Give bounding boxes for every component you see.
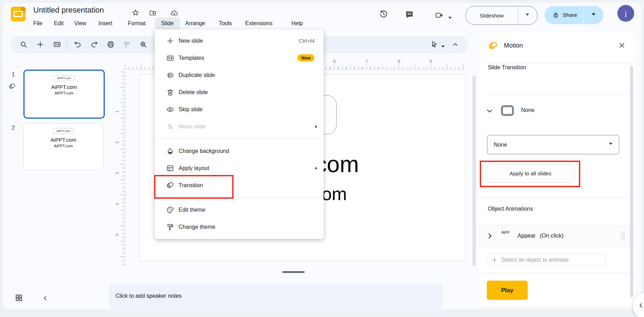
avatar[interactable]: j: [617, 5, 634, 22]
cloud-saved-icon[interactable]: [170, 9, 178, 17]
transition-select-value: None: [494, 142, 609, 148]
h-ruler-label: 6: [333, 59, 335, 64]
menubar-arrange[interactable]: Arrange: [184, 18, 207, 29]
menu-item-edit-theme[interactable]: Edit theme: [155, 201, 324, 218]
close-icon[interactable]: [618, 42, 626, 49]
trash-icon: [166, 88, 174, 97]
menu-item-move-slide[interactable]: Move slide: [155, 118, 324, 135]
menubar-tools[interactable]: Tools: [217, 18, 233, 29]
select-object-to-animate[interactable]: Select an object to animate: [487, 254, 606, 266]
drag-handle-icon[interactable]: [620, 231, 626, 240]
grid-view-icon[interactable]: [15, 294, 23, 302]
palette-icon: [166, 206, 174, 214]
slides-logo-icon[interactable]: [11, 7, 26, 21]
slide-number: 1: [12, 71, 15, 78]
canvas-scrollbar[interactable]: [472, 75, 476, 266]
share-button[interactable]: Share: [545, 6, 603, 24]
zoom-in-icon[interactable]: [139, 40, 147, 49]
new-slide-icon[interactable]: [36, 40, 44, 49]
submenu-arrow-icon: [314, 167, 318, 170]
menu-item-skip-slide[interactable]: Skip slide: [155, 101, 324, 118]
search-menus-icon[interactable]: [19, 40, 28, 49]
select-caret-icon: [609, 143, 612, 147]
undo-icon[interactable]: [74, 40, 82, 49]
menu-item-templates[interactable]: Templates New: [155, 49, 324, 66]
video-call-icon[interactable]: [435, 11, 444, 20]
menubar-extensions[interactable]: Extensions: [244, 18, 274, 29]
chevron-left-icon: [637, 302, 644, 309]
menubar-view[interactable]: View: [73, 18, 88, 29]
v-ruler-label: 5: [115, 233, 120, 236]
video-options-caret-icon[interactable]: [448, 17, 452, 21]
animation-trigger: (On click): [540, 233, 563, 239]
v-ruler-label: 1: [115, 110, 120, 113]
notes-resize-handle[interactable]: [282, 271, 305, 273]
star-icon[interactable]: [132, 9, 139, 16]
slide-menu-dropdown: New slide Ctrl+M Templates New Duplicate…: [155, 29, 324, 239]
play-button[interactable]: Play: [487, 281, 528, 300]
share-label: Share: [563, 12, 577, 18]
menu-separator: [155, 139, 324, 139]
menu-item-change-theme[interactable]: Change theme: [155, 218, 324, 235]
panel-scrollbar[interactable]: [630, 66, 633, 297]
panel-title: Motion: [504, 42, 523, 49]
thumb-title: AiPPT.com: [51, 84, 77, 90]
comments-icon[interactable]: [405, 10, 414, 19]
menu-item-delete-slide[interactable]: Delete slide: [155, 84, 324, 101]
shortcut-label: Ctrl+M: [299, 38, 314, 44]
speaker-notes-input[interactable]: Click to add speaker notes: [109, 283, 443, 309]
plus-icon: [491, 257, 498, 263]
menubar-format[interactable]: Format: [126, 18, 147, 29]
transition-select[interactable]: None: [487, 135, 619, 154]
redo-icon[interactable]: [90, 40, 98, 49]
slide-transition-badge-icon: [8, 83, 16, 90]
new-badge: New: [297, 54, 314, 62]
move-up-down-icon: [166, 122, 174, 131]
motion-panel: Motion Slide Transition None None Apply …: [479, 31, 636, 307]
thumb-subtitle: AiPPT.com: [55, 91, 74, 95]
chevron-right-icon[interactable]: [486, 232, 494, 240]
speaker-notes-placeholder: Click to add speaker notes: [116, 293, 182, 299]
menu-item-change-background[interactable]: Change background: [155, 142, 324, 160]
thumb-subtitle: AiPPT.com: [54, 144, 73, 148]
layout-icon: [166, 164, 174, 172]
version-history-icon[interactable]: [379, 9, 388, 19]
panel-divider: [479, 197, 636, 198]
v-ruler-label: 3: [115, 172, 120, 174]
document-title[interactable]: Untitled presentation: [33, 6, 104, 15]
google-slides-window: Untitled presentation File Edit View Ins…: [0, 0, 644, 317]
annotation-box-apply: [480, 161, 580, 187]
menu-item-apply-layout[interactable]: Apply layout: [155, 160, 324, 177]
paint-format-icon[interactable]: [122, 40, 131, 49]
templates-icon: [166, 54, 174, 62]
submenu-arrow-icon: [314, 125, 318, 128]
select-tool-caret-icon[interactable]: [441, 45, 445, 49]
slideshow-caret-icon[interactable]: [518, 14, 537, 17]
slide-thumbnail-1[interactable]: AiPPT.com AiPPT.com AiPPT.com: [23, 70, 105, 119]
menu-item-duplicate-slide[interactable]: Duplicate slide: [155, 66, 324, 84]
collapse-toolbar-icon[interactable]: [451, 40, 459, 49]
menubar-help[interactable]: Help: [290, 18, 304, 29]
plus-icon: [166, 37, 174, 45]
print-icon[interactable]: [106, 40, 115, 49]
move-to-folder-icon[interactable]: [149, 9, 157, 17]
chevron-down-icon[interactable]: [485, 106, 494, 115]
thumb-chip: AiPPT.com: [53, 128, 74, 134]
change-theme-brush-icon: [166, 223, 174, 231]
animation-row[interactable]: AiPF Appear (On click): [479, 225, 636, 247]
menubar-edit[interactable]: Edit: [53, 18, 65, 29]
menubar-slide[interactable]: Slide: [160, 18, 175, 29]
slideshow-button[interactable]: Slideshow: [465, 6, 538, 25]
menu-item-new-slide[interactable]: New slide Ctrl+M: [155, 32, 324, 49]
object-animations-heading: Object Animations: [488, 206, 533, 212]
thumb-title: AiPPT.com: [50, 137, 76, 143]
slideshow-label: Slideshow: [466, 13, 518, 19]
collapse-filmstrip-icon[interactable]: [41, 294, 49, 302]
menubar-file[interactable]: File: [32, 18, 44, 29]
share-caret-icon[interactable]: [584, 13, 603, 17]
templates-toolbar-icon[interactable]: [53, 40, 61, 49]
menubar-insert[interactable]: Insert: [97, 18, 114, 29]
background-droplet-icon: [166, 147, 174, 155]
select-tool-icon[interactable]: [430, 40, 438, 49]
slide-thumbnail-2[interactable]: AiPPT.com AiPPT.com AiPPT.com: [23, 123, 103, 170]
